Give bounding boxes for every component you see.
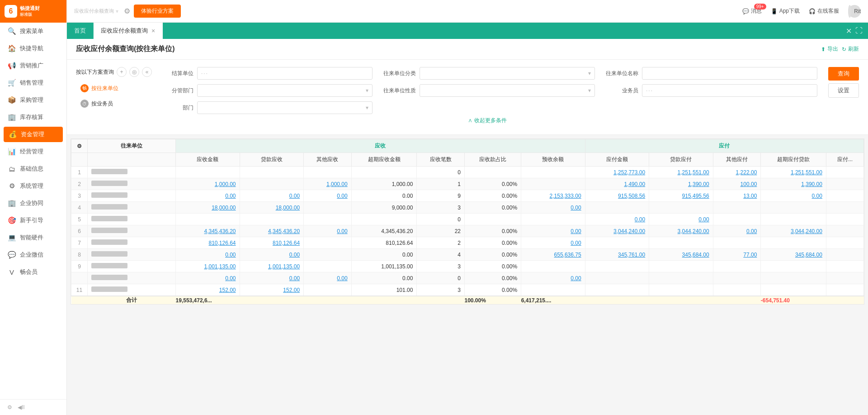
- td-value[interactable]: 18,000.00: [240, 202, 304, 214]
- td-value[interactable]: 0.00: [304, 272, 352, 284]
- td-value[interactable]: 0.00: [713, 225, 761, 237]
- td-value[interactable]: [761, 272, 826, 284]
- td-value[interactable]: [761, 261, 826, 272]
- td-value[interactable]: [304, 261, 352, 272]
- td-value[interactable]: [521, 167, 585, 178]
- td-value[interactable]: 1,390.00: [761, 178, 826, 190]
- td-value[interactable]: [826, 237, 863, 249]
- td-value[interactable]: [304, 214, 352, 225]
- sidebar-item-corp[interactable]: 🏢 企业协同: [0, 195, 66, 212]
- td-value[interactable]: 0.00: [240, 272, 304, 284]
- filter-collapse-btn[interactable]: ∧ 收起更多条件: [157, 114, 817, 127]
- industry-btn[interactable]: 体验行业方案: [134, 5, 181, 18]
- collapse-scheme-button[interactable]: «: [142, 67, 152, 77]
- filter-input-mingcheng[interactable]: [642, 67, 817, 80]
- td-value[interactable]: [826, 190, 863, 202]
- td-value[interactable]: [713, 202, 761, 214]
- td-value[interactable]: 1,251,551.00: [761, 167, 826, 178]
- td-value[interactable]: 4,345,436.20: [176, 225, 240, 237]
- td-value[interactable]: [826, 202, 863, 214]
- td-value[interactable]: 3,044,240.00: [585, 225, 649, 237]
- td-value[interactable]: [176, 167, 240, 178]
- add-scheme-button[interactable]: +: [117, 67, 127, 77]
- td-value[interactable]: 3,044,240.00: [649, 225, 713, 237]
- td-value[interactable]: 1,001,135.00: [176, 261, 240, 272]
- sidebar-item-base[interactable]: 🗂 基础信息: [0, 160, 66, 177]
- table-settings-icon[interactable]: ⚙: [77, 143, 82, 149]
- td-value[interactable]: 18,000.00: [176, 202, 240, 214]
- td-value[interactable]: [713, 214, 761, 225]
- sidebar-settings-icon[interactable]: ⚙: [7, 404, 12, 410]
- td-value[interactable]: [521, 261, 585, 272]
- td-value[interactable]: [176, 214, 240, 225]
- td-value[interactable]: 1,252,773.00: [585, 167, 649, 178]
- td-value[interactable]: [585, 261, 649, 272]
- set-button[interactable]: 设置: [828, 83, 859, 98]
- td-value[interactable]: [585, 237, 649, 249]
- td-value[interactable]: 1,490.00: [585, 178, 649, 190]
- td-value[interactable]: [649, 284, 713, 296]
- td-value[interactable]: 152.00: [240, 284, 304, 296]
- table-scroll-wrap[interactable]: ⚙ 往来单位 应收 应付 应收金额 贷款应收 其他应收: [71, 139, 864, 304]
- td-value[interactable]: 1,000.00: [304, 178, 352, 190]
- message-area[interactable]: 💬 消息 99+: [742, 7, 762, 15]
- td-value[interactable]: 100.00: [713, 178, 761, 190]
- td-value[interactable]: 1,222.00: [713, 167, 761, 178]
- td-value[interactable]: [521, 178, 585, 190]
- sidebar-item-nav[interactable]: 🏠 快捷导航: [0, 40, 66, 57]
- td-value[interactable]: 0.00: [304, 190, 352, 202]
- td-value[interactable]: [649, 237, 713, 249]
- td-value[interactable]: 1,001,135.00: [240, 261, 304, 272]
- td-value[interactable]: 152.00: [176, 284, 240, 296]
- refresh-button[interactable]: ↻ 刷新: [842, 45, 859, 53]
- sidebar-item-inventory[interactable]: 🏢 库存核算: [0, 109, 66, 126]
- td-value[interactable]: [761, 237, 826, 249]
- export-button[interactable]: ⬆ 导出: [821, 45, 838, 53]
- td-value[interactable]: [304, 284, 352, 296]
- td-value[interactable]: [826, 272, 863, 284]
- tab-close-icon[interactable]: ×: [151, 27, 155, 34]
- td-value[interactable]: [521, 214, 585, 225]
- sidebar-item-search[interactable]: 🔍 搜索菜单: [0, 23, 66, 40]
- td-value[interactable]: 810,126.64: [176, 237, 240, 249]
- td-value[interactable]: [713, 261, 761, 272]
- td-value[interactable]: [826, 167, 863, 178]
- td-value[interactable]: [304, 237, 352, 249]
- app-download-area[interactable]: 📱 App下载: [771, 7, 800, 15]
- filter-input-bumen[interactable]: ▾: [197, 101, 373, 114]
- td-value[interactable]: 345,684.00: [649, 249, 713, 261]
- td-value[interactable]: [585, 284, 649, 296]
- sidebar-item-guide[interactable]: 🎯 新手引导: [0, 212, 66, 229]
- td-value[interactable]: 2,153,333.00: [521, 190, 585, 202]
- sidebar-item-sales[interactable]: 🛒 销售管理: [0, 74, 66, 91]
- td-value[interactable]: [761, 202, 826, 214]
- service-area[interactable]: 🎧 在线客服: [809, 7, 839, 15]
- td-value[interactable]: 0.00: [649, 214, 713, 225]
- td-value[interactable]: [649, 202, 713, 214]
- sidebar-item-member[interactable]: V 畅会员: [0, 263, 66, 281]
- td-value[interactable]: 13.00: [713, 190, 761, 202]
- td-value[interactable]: 3,044,240.00: [761, 225, 826, 237]
- td-value[interactable]: [304, 167, 352, 178]
- td-value[interactable]: 915,495.56: [649, 190, 713, 202]
- td-value[interactable]: [826, 178, 863, 190]
- td-value[interactable]: 4,345,436.20: [240, 225, 304, 237]
- td-value[interactable]: 1,251,551.00: [649, 167, 713, 178]
- td-value[interactable]: 0.00: [521, 272, 585, 284]
- td-value[interactable]: 0.00: [176, 272, 240, 284]
- td-value[interactable]: 655,636.75: [521, 249, 585, 261]
- td-value[interactable]: [761, 214, 826, 225]
- gear-icon[interactable]: ⚙: [124, 7, 130, 15]
- td-value[interactable]: 915,508.56: [585, 190, 649, 202]
- td-value[interactable]: 0.00: [240, 190, 304, 202]
- filter-input-xingzhi[interactable]: ▾: [420, 84, 595, 97]
- td-value[interactable]: 1,000.00: [176, 178, 240, 190]
- td-value[interactable]: [826, 261, 863, 272]
- sidebar-item-system[interactable]: ⚙ 系统管理: [0, 177, 66, 195]
- tab-receivable[interactable]: 应收应付余额查询 ×: [94, 23, 163, 39]
- td-value[interactable]: [761, 284, 826, 296]
- td-value[interactable]: [826, 249, 863, 261]
- td-value[interactable]: [713, 284, 761, 296]
- filter-input-fenlei[interactable]: ▾: [420, 67, 595, 80]
- td-value[interactable]: [649, 272, 713, 284]
